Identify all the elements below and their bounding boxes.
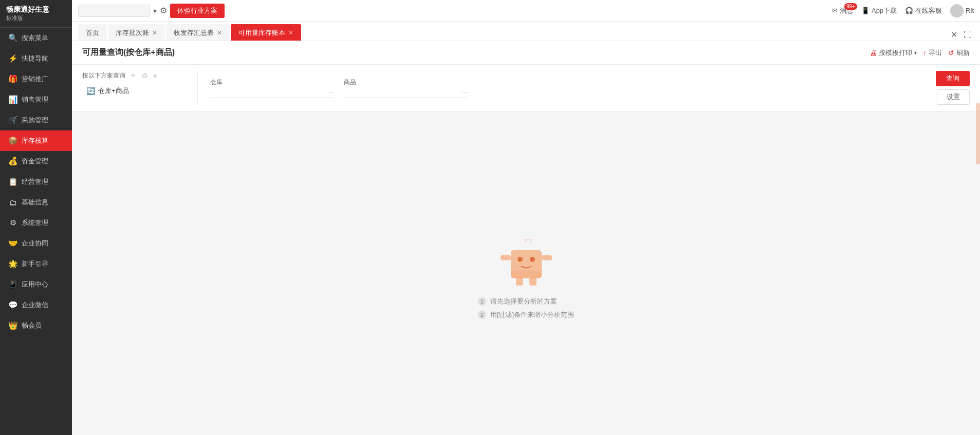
right-scrollbar[interactable] [976, 103, 980, 164]
scheme-panel: 按以下方案查询 ＋ ⊙ « 🔄 仓库+商品 [82, 71, 185, 98]
operation-icon: 📋 [8, 177, 17, 186]
sidebar-item-sales[interactable]: 📊销售管理 [0, 89, 72, 110]
scheme-divider [197, 71, 198, 105]
tab-summary[interactable]: 收发存汇总表✕ [166, 24, 230, 41]
message-icon: ✉ [832, 7, 838, 14]
tab-available[interactable]: 可用量库存账本✕ [231, 24, 301, 41]
print-icon: 🖨 [870, 49, 877, 57]
empty-state: ? ? ~ 1 请先选择要分析的方案 2 用[过滤]条件来缩小分析范围 [72, 111, 980, 435]
tabbar: 首页库存批次账✕收发存汇总表✕可用量库存账本✕ ✕ ⛶ [72, 22, 980, 41]
topbar-msg[interactable]: ✉ 消息 99+ [832, 6, 853, 15]
sidebar-item-basic[interactable]: 🗂基础信息 [0, 192, 72, 213]
print-label: 按模板打印 [879, 48, 912, 58]
logo-title: 畅康通好生意 [6, 5, 66, 14]
filter-warehouse-more-btn[interactable]: ··· [328, 89, 334, 96]
filter-warehouse-input-wrap: ··· [210, 89, 334, 98]
logo-sub: 标准版 [6, 14, 66, 22]
filter-goods-input[interactable] [344, 89, 460, 97]
scheme-collapse-button[interactable]: « [152, 71, 158, 80]
scheme-item-warehouse-goods[interactable]: 🔄 仓库+商品 [82, 84, 185, 98]
filter-warehouse-input[interactable] [210, 89, 326, 97]
sidebar-item-newguide[interactable]: 🌟新手引导 [0, 254, 72, 274]
topbar-dropdown-btn[interactable]: ▾ [153, 7, 157, 15]
sidebar-item-finance[interactable]: 💰资金管理 [0, 151, 72, 172]
sidebar-item-system[interactable]: ⚙系统管理 [0, 213, 72, 233]
tabbar-expand-button[interactable]: ⛶ [961, 29, 974, 41]
topbar-gear-btn[interactable]: ⚙ [160, 6, 167, 15]
member-label: 畅会员 [22, 321, 42, 330]
scheme-item-icon: 🔄 [86, 87, 95, 95]
purchase-label: 采购管理 [22, 116, 48, 125]
topbar-service-label: 在线客服 [915, 6, 942, 15]
service-icon: 🎧 [905, 7, 913, 14]
empty-tip-1: 1 请先选择要分析的方案 [478, 297, 574, 306]
svg-rect-4 [501, 255, 511, 260]
sidebar-item-inventory[interactable]: 📦库存核算 [0, 130, 72, 151]
export-label: 导出 [929, 48, 942, 58]
filter-goods-more-btn[interactable]: ··· [462, 89, 467, 96]
sidebar-item-quicknav[interactable]: ⚡快捷导航 [0, 48, 72, 69]
sidebar-item-appcenter[interactable]: 📱应用中心 [0, 274, 72, 295]
empty-illustration: ? ? ~ [495, 227, 557, 289]
topbar-app[interactable]: 📱 App下载 [861, 6, 897, 15]
scheme-item-label: 仓库+商品 [98, 86, 129, 96]
export-button[interactable]: ↑ 导出 [923, 48, 942, 58]
sidebar-item-wechat[interactable]: 💬企业微信 [0, 295, 72, 315]
print-dropdown-icon: ▾ [914, 50, 917, 55]
scheme-settings-button[interactable]: ⊙ [141, 71, 149, 80]
topbar-right: ✉ 消息 99+ 📱 App下载 🎧 在线客服 Rit [832, 4, 974, 17]
topbar-user[interactable]: Rit [950, 4, 974, 17]
wechat-label: 企业微信 [22, 300, 48, 310]
svg-rect-5 [542, 255, 552, 260]
settings-button[interactable]: 设置 [937, 89, 970, 105]
empty-tips: 1 请先选择要分析的方案 2 用[过滤]条件来缩小分析范围 [478, 297, 574, 319]
tab-summary-label: 收发存汇总表 [174, 28, 214, 37]
empty-tip-2: 2 用[过滤]条件来缩小分析范围 [478, 310, 574, 319]
marketing-icon: 🎁 [8, 74, 17, 84]
topbar-trial-btn[interactable]: 体验行业方案 [170, 4, 225, 18]
tab-summary-close[interactable]: ✕ [217, 29, 222, 36]
topbar: ▾ ⚙ 体验行业方案 ✉ 消息 99+ 📱 App下载 🎧 在线客服 Rit [72, 0, 980, 22]
tab-available-close[interactable]: ✕ [288, 29, 293, 36]
tab-batch[interactable]: 库存批次账✕ [108, 24, 165, 41]
marketing-label: 营销推广 [22, 74, 48, 84]
appcenter-icon: 📱 [8, 280, 17, 289]
tab-batch-close[interactable]: ✕ [152, 29, 157, 36]
topbar-search-area: ▾ ⚙ 体验行业方案 [78, 4, 828, 18]
user-avatar [950, 4, 964, 17]
svg-rect-7 [529, 277, 537, 286]
sales-label: 销售管理 [22, 95, 48, 104]
filter-field-warehouse: 仓库 ··· [210, 78, 334, 98]
sidebar-item-search[interactable]: 🔍搜索菜单 [0, 28, 72, 48]
print-button[interactable]: 🖨 按模板打印 ▾ [870, 48, 917, 58]
filter-area: 仓库 ··· 商品 ··· 查询 [210, 71, 970, 105]
tab-home[interactable]: 首页 [78, 24, 107, 41]
query-section: 按以下方案查询 ＋ ⊙ « 🔄 仓库+商品 仓库 [72, 65, 980, 111]
inventory-icon: 📦 [8, 136, 17, 145]
export-icon: ↑ [923, 49, 927, 57]
sidebar-item-enterprise[interactable]: 🤝企业协同 [0, 233, 72, 254]
topbar-service[interactable]: 🎧 在线客服 [905, 6, 942, 15]
empty-tip-1-text: 请先选择要分析的方案 [490, 297, 557, 306]
inventory-label: 库存核算 [22, 136, 48, 145]
tip-num-1: 1 [478, 297, 486, 306]
topbar-search-input[interactable] [78, 5, 150, 17]
message-badge: 99+ [844, 3, 857, 10]
empty-svg: ? ? ~ [495, 227, 557, 289]
system-label: 系统管理 [22, 218, 48, 228]
tabbar-controls: ✕ ⛶ [949, 29, 974, 41]
sidebar-item-purchase[interactable]: 🛒采购管理 [0, 110, 72, 130]
empty-tip-2-text: 用[过滤]条件来缩小分析范围 [490, 310, 574, 319]
system-icon: ⚙ [8, 218, 17, 228]
sidebar-item-member[interactable]: 👑畅会员 [0, 315, 72, 336]
query-row: 按以下方案查询 ＋ ⊙ « 🔄 仓库+商品 仓库 [82, 71, 970, 105]
refresh-button[interactable]: ↺ 刷新 [948, 48, 970, 58]
scheme-add-button[interactable]: ＋ [128, 71, 138, 80]
sidebar-item-marketing[interactable]: 🎁营销推广 [0, 69, 72, 89]
operation-label: 经营管理 [22, 177, 48, 186]
query-button[interactable]: 查询 [936, 71, 970, 86]
sidebar-item-operation[interactable]: 📋经营管理 [0, 172, 72, 192]
refresh-label: 刷新 [956, 48, 970, 58]
tabbar-close-button[interactable]: ✕ [949, 29, 959, 41]
tab-batch-label: 库存批次账 [116, 28, 149, 37]
